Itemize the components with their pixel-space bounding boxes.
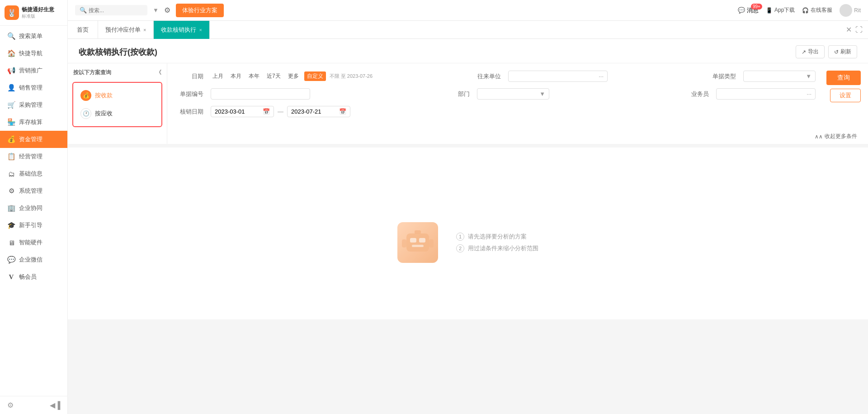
message-badge: 99+	[751, 4, 762, 10]
member-icon: V	[7, 273, 15, 281]
app-download-btn[interactable]: 📱 App下载	[766, 6, 795, 14]
tab-prepay[interactable]: 预付冲应付单 ×	[98, 21, 154, 39]
phone-icon: 📱	[766, 7, 773, 14]
receivable-icon: 🕐	[80, 108, 91, 119]
date-this-year[interactable]: 本年	[247, 71, 261, 81]
filter-by-receivable[interactable]: 🕐 按应收	[76, 105, 159, 123]
tab-prepay-close[interactable]: ×	[143, 27, 146, 33]
hint-num-2: 2	[456, 244, 464, 252]
calendar-start-icon[interactable]: 📅	[263, 108, 270, 115]
collapse-sidebar-icon[interactable]: ◀▐	[50, 401, 60, 409]
topbar-search-wrap[interactable]: 🔍	[75, 5, 147, 15]
sidebar-item-member[interactable]: V 畅会员	[0, 268, 67, 286]
page-content: 收款核销执行(按收款) ↗ 导出 ↺ 刷新 按以下方案查询 《	[68, 39, 868, 414]
sidebar-item-wecom[interactable]: 💬 企业微信	[0, 251, 67, 268]
export-icon: ↗	[802, 49, 806, 55]
message-btn[interactable]: 💬 消息 99+	[738, 6, 759, 14]
sidebar-menu: 🔍 搜索菜单 🏠 快捷导航 📢 营销推广 👤 销售管理 🛒 采购管理 🏪 库存核…	[0, 26, 67, 396]
date-custom[interactable]: 自定义	[304, 71, 326, 81]
doc-num-input[interactable]	[215, 90, 306, 97]
industry-btn[interactable]: 体验行业方案	[176, 4, 224, 17]
verify-date-range: 📅 — 📅	[211, 106, 350, 117]
svg-rect-0	[406, 233, 429, 252]
staff-select-icon[interactable]: ···	[807, 90, 811, 97]
empty-content: 1 请先选择要分析的方案 2 用过滤条件来缩小分析范围	[397, 222, 538, 263]
topbar-gear-icon[interactable]: ⚙	[164, 6, 170, 14]
sidebar-item-enterprise[interactable]: 🏢 企业协同	[0, 200, 67, 217]
sidebar-item-hardware[interactable]: 🖥 智能硬件	[0, 234, 67, 251]
tab-verify-close[interactable]: ×	[199, 27, 202, 33]
sidebar-item-basic[interactable]: 🗂 基础信息	[0, 165, 67, 182]
svg-rect-6	[429, 239, 434, 247]
refresh-icon: ↺	[834, 49, 839, 55]
logo-icon: 🐰	[5, 5, 19, 20]
sidebar-item-marketing[interactable]: 📢 营销推广	[0, 62, 67, 79]
date-last-month[interactable]: 上月	[211, 71, 225, 81]
verify-end-input[interactable]	[291, 108, 336, 115]
sidebar-item-guide[interactable]: 🎓 新手引导	[0, 217, 67, 234]
sidebar-item-purchase[interactable]: 🛒 采购管理	[0, 96, 67, 114]
filter-panel: 日期 上月 本月 本年 近7天 更多 自定义 不限 至 2023-07-26	[167, 63, 826, 131]
sidebar-item-inventory[interactable]: 🏪 库存核算	[0, 114, 67, 131]
topbar-search-input[interactable]	[89, 7, 143, 14]
staff-input[interactable]	[720, 90, 807, 97]
marketing-icon: 📢	[7, 67, 15, 75]
filter-options-box: 💰 按收款 🕐 按应收	[72, 82, 162, 127]
maximize-icon[interactable]: ⛶	[855, 26, 863, 34]
refresh-btn[interactable]: ↺ 刷新	[828, 45, 857, 58]
svg-rect-4	[415, 230, 421, 234]
filter-sidebar-header: 按以下方案查询 《	[68, 69, 167, 80]
doc-type-select[interactable]: ▼	[743, 71, 816, 82]
export-btn[interactable]: ↗ 导出	[796, 45, 825, 58]
receipt-icon: 💰	[80, 90, 91, 101]
date-last-7days[interactable]: 近7天	[265, 71, 283, 81]
svg-rect-2	[419, 238, 425, 243]
settings-icon[interactable]: ⚙	[7, 401, 14, 409]
partner-input[interactable]	[512, 73, 599, 80]
avatar-img	[840, 4, 852, 17]
system-icon: ⚙	[7, 187, 15, 195]
filter-panel-wrap: 日期 上月 本月 本年 近7天 更多 自定义 不限 至 2023-07-26	[167, 63, 868, 131]
empty-robot-icon	[397, 222, 438, 263]
dropdown-icon[interactable]: ▼	[153, 7, 159, 14]
tab-verify[interactable]: 收款核销执行 ×	[154, 21, 209, 39]
filter-settings-btn[interactable]: 设置	[830, 89, 861, 102]
filter-by-receipt[interactable]: 💰 按收款	[76, 86, 159, 105]
svg-rect-3	[412, 245, 424, 247]
calendar-end-icon[interactable]: 📅	[339, 108, 346, 115]
sidebar-item-search[interactable]: 🔍 搜索菜单	[0, 28, 67, 45]
filter-row-date: 日期 上月 本月 本年 近7天 更多 自定义 不限 至 2023-07-26	[178, 71, 816, 82]
main-area: 🔍 ▼ ⚙ 体验行业方案 💬 消息 99+ 📱 App下载 🎧 在线客服 Rit	[68, 0, 868, 414]
tab-home[interactable]: 首页	[68, 21, 98, 39]
sidebar-item-system[interactable]: ⚙ 系统管理	[0, 182, 67, 200]
partner-select-icon[interactable]: ···	[599, 73, 604, 80]
date-more[interactable]: 更多	[286, 71, 301, 81]
page-title: 收款核销执行(按收款)	[79, 47, 157, 57]
online-service-btn[interactable]: 🎧 在线客服	[802, 6, 832, 14]
date-this-month[interactable]: 本月	[229, 71, 243, 81]
close-window-icon[interactable]: ✕	[846, 25, 852, 34]
hardware-icon: 🖥	[7, 238, 15, 247]
sidebar-item-quicknav[interactable]: 🏠 快捷导航	[0, 45, 67, 62]
logo-text: 畅捷通好生意 标准版	[22, 6, 54, 19]
dept-select[interactable]: ▼	[477, 88, 549, 100]
sidebar-item-finance[interactable]: 💰 资金管理	[0, 131, 67, 148]
collapse-icon: ∧∧	[815, 133, 823, 140]
verify-end-input-wrap: 📅	[287, 106, 350, 117]
verify-start-input[interactable]	[215, 108, 260, 115]
sidebar-item-sales[interactable]: 👤 销售管理	[0, 79, 67, 96]
user-avatar[interactable]: Rit	[840, 4, 861, 17]
filter-row-verify: 核销日期 📅 — 📅	[178, 106, 816, 117]
tab-window-actions: ✕ ⛶	[840, 25, 868, 34]
query-btn[interactable]: 查询	[826, 71, 861, 85]
hint-num-1: 1	[456, 233, 464, 241]
filter-right: 日期 上月 本月 本年 近7天 更多 自定义 不限 至 2023-07-26	[167, 63, 868, 144]
topbar-right: 💬 消息 99+ 📱 App下载 🎧 在线客服 Rit	[738, 4, 861, 17]
finance-icon: 💰	[7, 135, 15, 143]
collapse-more-btn[interactable]: ∧∧ 收起更多条件	[167, 131, 868, 144]
sidebar-footer: ⚙ ◀▐	[0, 396, 67, 414]
filter-sidebar-collapse-icon[interactable]: 《	[156, 69, 161, 76]
sidebar-item-operation[interactable]: 📋 经营管理	[0, 148, 67, 165]
empty-hint-1: 1 请先选择要分析的方案	[456, 233, 527, 241]
page-header: 收款核销执行(按收款) ↗ 导出 ↺ 刷新	[68, 39, 868, 63]
